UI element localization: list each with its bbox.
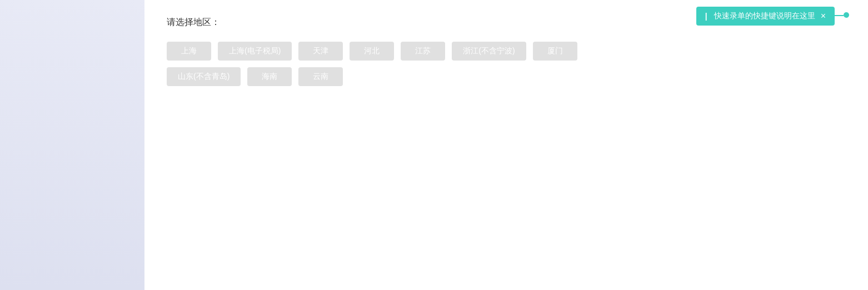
region-btn-shanghai-etax[interactable]: 上海(电子税局) xyxy=(218,42,292,61)
tooltip-text: 快速录单的快捷键说明在这里 xyxy=(714,11,815,21)
tooltip-connector-dot xyxy=(844,12,849,18)
region-btn-yunnan[interactable]: 云南 xyxy=(298,67,343,86)
region-btn-tianjin[interactable]: 天津 xyxy=(298,42,343,61)
region-btn-zhejiang[interactable]: 浙江(不含宁波) xyxy=(452,42,526,61)
region-btn-jiangsu[interactable]: 江苏 xyxy=(401,42,445,61)
region-buttons-row2: 山东(不含青岛) 海南 云南 xyxy=(167,67,846,86)
main-content: 请选择地区： 上海 上海(电子税局) 天津 河北 江苏 浙江(不含宁波) 厦门 … xyxy=(144,0,868,290)
region-btn-shandong[interactable]: 山东(不含青岛) xyxy=(167,67,241,86)
tooltip-bar: 快速录单的快捷键说明在这里 × xyxy=(696,7,835,26)
region-btn-xiamen[interactable]: 厦门 xyxy=(533,42,577,61)
left-sidebar xyxy=(0,0,144,290)
region-btn-shanghai[interactable]: 上海 xyxy=(167,42,211,61)
tooltip-close-button[interactable]: × xyxy=(821,12,826,21)
tooltip-connector-line xyxy=(832,15,844,16)
region-buttons-row1: 上海 上海(电子税局) 天津 河北 江苏 浙江(不含宁波) 厦门 xyxy=(167,42,846,61)
region-btn-hainan[interactable]: 海南 xyxy=(247,67,292,86)
region-btn-hebei[interactable]: 河北 xyxy=(350,42,394,61)
